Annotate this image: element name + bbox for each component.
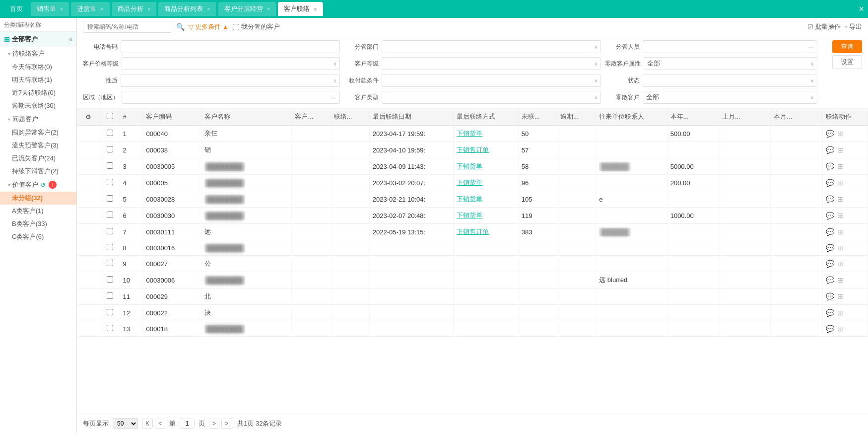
sidebar-item-ungroups[interactable]: 未分组(32) xyxy=(0,192,76,205)
query-button[interactable]: 查询 xyxy=(832,40,862,53)
row-settings[interactable] xyxy=(77,272,100,289)
row-checkbox[interactable] xyxy=(100,321,120,337)
tab-purchase[interactable]: 进货单 × xyxy=(71,2,109,16)
nature-select[interactable]: ∨ xyxy=(121,74,340,87)
grid-action-icon[interactable]: ⊞ xyxy=(837,212,843,219)
sidebar-item-a-class[interactable]: A类客户(1) xyxy=(0,205,76,217)
chat-icon[interactable]: 💬 xyxy=(826,292,834,300)
contact-way-link[interactable]: 下销售订单 xyxy=(457,228,489,235)
tab-customer-tier[interactable]: 客户分层经营 × xyxy=(218,2,276,16)
row-checkbox[interactable] xyxy=(100,240,120,256)
row-settings[interactable] xyxy=(77,126,100,142)
sidebar-item-churned[interactable]: 已流失客户(24) xyxy=(0,152,76,165)
price-level-select[interactable]: ∨ xyxy=(122,57,340,70)
grid-action-icon[interactable]: ⊞ xyxy=(837,309,843,317)
row-checkbox[interactable] xyxy=(100,142,120,158)
row-settings[interactable] xyxy=(77,208,100,224)
tab-analysis-list[interactable]: 商品分析列表 × xyxy=(158,2,216,16)
problem-group[interactable]: ▾ 问题客户 xyxy=(0,112,76,126)
row-settings[interactable] xyxy=(77,224,100,240)
first-page-button[interactable]: K xyxy=(142,419,153,429)
grid-action-icon[interactable]: ⊞ xyxy=(837,146,843,154)
th-this-month[interactable]: 本月... xyxy=(771,108,822,126)
sidebar-item-c-class[interactable]: C类客户(6) xyxy=(0,230,76,243)
close-icon[interactable]: × xyxy=(147,6,150,12)
all-customers-header[interactable]: ⊞ 全部客户 « xyxy=(0,32,76,47)
row-checkbox[interactable] xyxy=(100,272,120,289)
grid-action-icon[interactable]: ⊞ xyxy=(837,195,843,203)
th-contact[interactable]: 联络... xyxy=(331,108,369,126)
region-select[interactable]: ··· xyxy=(122,91,340,104)
batch-ops-button[interactable]: ☑ 批量操作 xyxy=(807,22,841,31)
tab-analysis[interactable]: 商品分析 × xyxy=(112,2,156,16)
contact-way-link[interactable]: 下销售订单 xyxy=(457,146,489,153)
grid-action-icon[interactable]: ⊞ xyxy=(837,179,843,187)
row-settings[interactable] xyxy=(77,158,100,175)
customer-level-select[interactable]: ∨ xyxy=(382,57,601,70)
chat-icon[interactable]: 💬 xyxy=(826,130,834,138)
select-all-checkbox[interactable] xyxy=(107,113,113,119)
tab-sales[interactable]: 销售单 × xyxy=(31,2,69,16)
next-page-button[interactable]: > xyxy=(209,419,219,429)
last-page-button[interactable]: >| xyxy=(221,419,233,429)
th-name[interactable]: 客户名称 xyxy=(201,108,292,126)
row-checkbox[interactable] xyxy=(100,289,120,305)
search-input[interactable] xyxy=(83,21,172,33)
row-settings[interactable] xyxy=(77,305,100,321)
th-this-year[interactable]: 本年... xyxy=(667,108,719,126)
sidebar-item-tomorrow[interactable]: 明天待联络(1) xyxy=(0,73,76,86)
my-customers-checkbox[interactable] xyxy=(233,24,239,30)
grid-action-icon[interactable]: ⊞ xyxy=(837,244,843,252)
row-checkbox[interactable] xyxy=(100,256,120,272)
chat-icon[interactable]: 💬 xyxy=(826,162,834,170)
department-select[interactable]: ∨ xyxy=(382,40,601,53)
refresh-icon[interactable]: ↺ xyxy=(40,181,46,189)
sidebar-item-7days[interactable]: 近7天待联络(0) xyxy=(0,86,76,99)
close-icon[interactable]: × xyxy=(267,6,270,12)
close-icon[interactable]: × xyxy=(314,6,317,12)
row-checkbox[interactable] xyxy=(100,175,120,191)
sidebar-item-abnormal[interactable]: 囤购异常客户(2) xyxy=(0,126,76,139)
sidebar-search-input[interactable] xyxy=(4,21,77,28)
chat-icon[interactable]: 💬 xyxy=(826,146,834,154)
per-page-select[interactable]: 50 100 200 xyxy=(113,418,138,429)
contact-way-link[interactable]: 下销货单 xyxy=(457,195,482,203)
retail-customer-select[interactable]: 全部 ∨ xyxy=(643,91,817,104)
customer-type-select[interactable]: ∨ xyxy=(382,91,601,104)
row-settings[interactable] xyxy=(77,240,100,256)
contact-way-link[interactable]: 下销货单 xyxy=(457,212,482,219)
row-checkbox[interactable] xyxy=(100,126,120,142)
chat-icon[interactable]: 💬 xyxy=(826,195,834,203)
phone-input[interactable] xyxy=(121,40,340,53)
chat-icon[interactable]: 💬 xyxy=(826,309,834,317)
row-checkbox[interactable] xyxy=(100,305,120,321)
reset-button[interactable]: 设置 xyxy=(832,55,862,69)
th-last-contact-way[interactable]: 最后联络方式 xyxy=(454,108,518,126)
retail-attr-select[interactable]: 全部 ∨ xyxy=(644,57,817,70)
sidebar-item-declining[interactable]: 持续下滑客户(2) xyxy=(0,165,76,178)
grid-action-icon[interactable]: ⊞ xyxy=(837,130,843,138)
page-input[interactable] xyxy=(180,419,195,429)
close-all-icon[interactable]: × xyxy=(859,4,864,14)
row-settings[interactable] xyxy=(77,289,100,305)
grid-action-icon[interactable]: ⊞ xyxy=(837,292,843,300)
payment-select[interactable]: ∨ xyxy=(382,74,601,87)
my-customers-checkbox-label[interactable]: 我分管的客户 xyxy=(233,22,280,31)
row-settings[interactable] xyxy=(77,256,100,272)
th-overdue[interactable]: 逾期... xyxy=(557,108,596,126)
tab-customer-contact[interactable]: 客户联络 × xyxy=(278,2,323,16)
chat-icon[interactable]: 💬 xyxy=(826,244,834,252)
sidebar-item-overdue[interactable]: 逾期未联络(30) xyxy=(0,99,76,112)
prev-page-button[interactable]: < xyxy=(155,419,165,429)
th-settings[interactable]: ⚙ xyxy=(77,108,100,126)
row-settings[interactable] xyxy=(77,175,100,191)
close-icon[interactable]: × xyxy=(60,6,63,12)
chat-icon[interactable]: 💬 xyxy=(826,179,834,187)
chat-icon[interactable]: 💬 xyxy=(826,325,834,333)
more-conditions-btn[interactable]: ▽ 更多条件 ▲ xyxy=(189,22,229,31)
grid-action-icon[interactable]: ⊞ xyxy=(837,228,843,236)
row-checkbox[interactable] xyxy=(100,158,120,175)
contact-way-link[interactable]: 下销货单 xyxy=(457,162,482,170)
row-settings[interactable] xyxy=(77,142,100,158)
grid-action-icon[interactable]: ⊞ xyxy=(837,325,843,333)
